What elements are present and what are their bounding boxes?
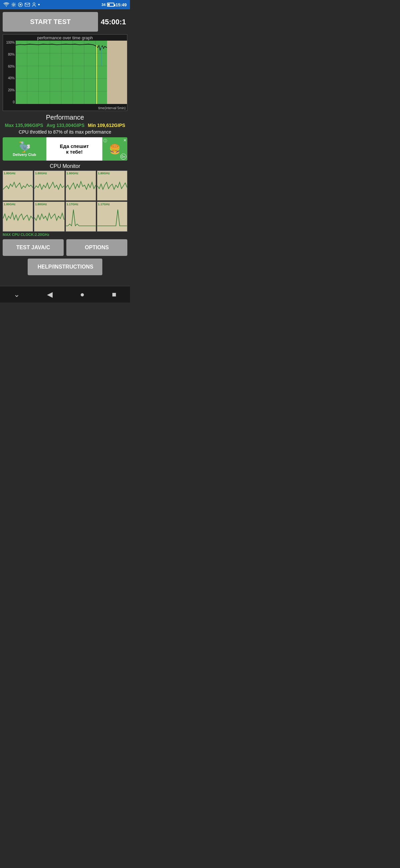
graph-y-labels: 100% 80% 60% 40% 20% 0	[3, 41, 16, 104]
y-label-100: 100%	[6, 41, 15, 44]
battery-level: 34	[102, 3, 106, 7]
cpu-cell-2: 1.80GHz	[34, 170, 64, 200]
test-java-button[interactable]: TEST JAVA/C	[3, 239, 64, 256]
status-right-info: 34 15:49	[102, 2, 127, 7]
gear-icon	[11, 2, 16, 7]
wifi-icon	[3, 2, 9, 7]
graph-title: performance over time graph	[3, 35, 127, 40]
cpu-freq-4: 1.80GHz	[98, 172, 110, 175]
performance-graph: performance over time graph 100% 80% 60%…	[3, 34, 127, 111]
main-content: START TEST 45:00:1 performance over time…	[0, 9, 130, 281]
cpu-freq-7: 1.17GHz	[67, 203, 79, 206]
cpu-freq-8: 1.17GHz	[98, 203, 110, 206]
notification-dot: •	[38, 2, 40, 8]
nav-back-icon[interactable]: ◀	[47, 290, 53, 299]
svg-point-4	[33, 3, 35, 5]
cpu-cell-6: 1.80GHz	[34, 202, 64, 231]
cpu-freq-5: 1.80GHz	[4, 203, 16, 206]
cpu-cell-8: 1.17GHz	[97, 202, 127, 231]
cpu-cell-1: 1.80GHz	[3, 170, 33, 200]
options-button[interactable]: OPTIONS	[66, 239, 127, 256]
y-label-60: 60%	[8, 65, 15, 68]
ad-middle-text: Еда спешит к тебе!	[46, 137, 102, 161]
cpu-freq-1: 1.80GHz	[4, 172, 16, 175]
nav-recent-icon[interactable]: ■	[112, 290, 116, 299]
ad-age-label: 0+	[120, 154, 126, 160]
ad-food-icon: 🍔	[109, 144, 121, 155]
cpu-sparkline-2	[34, 175, 64, 200]
battery-icon	[107, 3, 114, 7]
cpu-sparkline-4	[97, 175, 127, 200]
cpu-monitor-title: CPU Monitor	[3, 163, 127, 169]
cpu-sparkline-8	[97, 206, 127, 231]
performance-line	[16, 41, 107, 104]
cpu-freq-2: 1.80GHz	[35, 172, 47, 175]
ad-info-icon[interactable]: ⓘ	[103, 138, 107, 143]
cpu-sparkline-3	[66, 175, 96, 200]
cpu-sparkline-7	[66, 206, 96, 231]
cpu-sparkline-5	[3, 206, 33, 231]
performance-section: Performance Max 135,996GIPS Avg 133,004G…	[3, 114, 127, 135]
status-left-icons: •	[3, 2, 40, 8]
cpu-cell-4: 1.80GHz	[97, 170, 127, 200]
cpu-freq-6: 1.80GHz	[35, 203, 47, 206]
cpu-cell-3: 1.80GHz	[66, 170, 96, 200]
svg-marker-2	[20, 4, 22, 6]
person-icon	[32, 2, 36, 7]
cpu-cell-7: 1.17GHz	[66, 202, 96, 231]
mail-icon	[25, 3, 30, 7]
graph-x-label: time(interval 5min)	[98, 106, 126, 110]
status-bar: • 34 15:49	[0, 0, 130, 9]
svg-point-0	[13, 4, 15, 6]
cpu-monitor-section: CPU Monitor 1.80GHz 1.80GHz 1.80GHz	[3, 163, 127, 237]
ad-right: ⓘ ✕ 🍔 0+	[102, 137, 127, 161]
clock: 15:49	[116, 2, 127, 7]
performance-title: Performance	[3, 114, 127, 121]
graph-area	[16, 41, 127, 104]
graph-green-area	[16, 41, 107, 104]
graph-gray-area	[107, 41, 127, 104]
help-instructions-button[interactable]: HELP/INSTRUCTIONS	[28, 258, 102, 275]
throttle-text: CPU throttled to 87% of its max performa…	[3, 129, 127, 135]
y-label-80: 80%	[8, 53, 15, 56]
svg-rect-3	[25, 3, 30, 6]
ad-banner[interactable]: 🦤 Delivery Club Еда спешит к тебе! ⓘ ✕ 🍔…	[3, 137, 127, 161]
ad-ostrich-icon: 🦤	[18, 141, 31, 153]
cpu-freq-3: 1.80GHz	[67, 172, 79, 175]
start-test-button[interactable]: START TEST	[3, 12, 98, 32]
stat-max: Max 135,996GIPS	[5, 123, 43, 128]
y-label-20: 20%	[8, 88, 15, 92]
cpu-cell-5: 1.80GHz	[3, 202, 33, 231]
stat-min: Min 109,612GIPS	[88, 123, 125, 128]
ad-close-button[interactable]: ✕	[123, 138, 126, 143]
ad-left: 🦤 Delivery Club	[3, 138, 46, 160]
ad-brand: Delivery Club	[13, 153, 36, 157]
cpu-sparkline-6	[34, 206, 64, 231]
bottom-buttons-row: TEST JAVA/C OPTIONS	[3, 239, 127, 256]
help-btn-row: HELP/INSTRUCTIONS	[3, 258, 127, 275]
max-cpu-label: MAX CPU CLOCK:2.20GHz	[3, 232, 127, 237]
y-label-40: 40%	[8, 76, 15, 80]
timer-display: 45:00:1	[101, 18, 127, 26]
nav-home-icon[interactable]: ●	[80, 290, 84, 299]
nav-bar: ⌄ ◀ ● ■	[0, 286, 130, 303]
play-icon	[18, 2, 23, 7]
stat-avg: Avg 133,004GIPS	[47, 123, 85, 128]
cpu-sparkline-1	[3, 175, 33, 200]
nav-chevron-icon[interactable]: ⌄	[14, 290, 20, 299]
y-label-0: 0	[13, 100, 15, 104]
top-row: START TEST 45:00:1	[3, 12, 127, 32]
performance-stats: Max 135,996GIPS Avg 133,004GIPS Min 109,…	[3, 123, 127, 128]
cpu-grid: 1.80GHz 1.80GHz 1.80GHz	[3, 170, 127, 231]
